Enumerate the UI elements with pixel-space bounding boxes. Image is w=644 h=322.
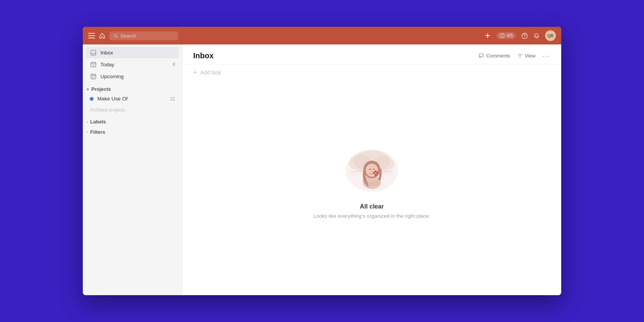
main-content: Inbox 12 Today 8 (83, 44, 561, 295)
inbox-actions: Comments View ··· (478, 53, 550, 59)
hamburger-icon[interactable] (88, 33, 95, 38)
sidebar-item-make-use-of[interactable]: Make Use Of 21 (86, 94, 179, 104)
chevron-right-icon: › (87, 120, 88, 124)
top-bar-left: Search (88, 31, 178, 40)
inbox-panel: Inbox Comments View ··· (182, 44, 561, 295)
svg-point-23 (375, 170, 377, 172)
empty-state: All clear Looks like everything's organi… (182, 80, 561, 295)
add-task-label: Add task (200, 69, 221, 76)
svg-rect-7 (91, 50, 96, 55)
labels-section[interactable]: › Labels (83, 116, 182, 126)
upcoming-icon (90, 73, 97, 80)
svg-point-22 (375, 174, 377, 176)
empty-state-subtitle: Looks like everything's organized in the… (313, 213, 430, 219)
comments-label: Comments (486, 53, 510, 59)
empty-state-title: All clear (360, 203, 384, 210)
add-icon[interactable] (484, 32, 491, 39)
project-label: Make Use Of (97, 96, 166, 102)
svg-text:12: 12 (92, 64, 94, 67)
chevron-down-icon: ▾ (87, 87, 89, 92)
sidebar-item-inbox[interactable]: Inbox (86, 47, 179, 58)
sidebar-upcoming-label: Upcoming (100, 74, 175, 79)
empty-illustration (341, 142, 402, 196)
sidebar-item-upcoming[interactable]: Upcoming (86, 71, 179, 82)
add-task-plus-icon: + (193, 69, 197, 76)
add-task-row[interactable]: + Add task (182, 64, 561, 80)
more-button[interactable]: ··· (542, 53, 550, 59)
svg-point-6 (524, 36, 525, 37)
svg-rect-0 (88, 33, 95, 34)
view-label: View (525, 53, 536, 59)
avatar[interactable]: QB (545, 30, 556, 41)
project-dot (90, 97, 94, 101)
karma-badge[interactable]: 4/5 (496, 32, 516, 39)
sidebar-item-today[interactable]: 12 Today 8 (86, 59, 179, 70)
help-icon[interactable] (521, 33, 528, 39)
search-box[interactable]: Search (109, 31, 178, 40)
inbox-title: Inbox (193, 51, 478, 60)
inbox-header: Inbox Comments View ··· (182, 44, 561, 64)
projects-label: Projects (91, 86, 111, 92)
top-bar: Search 4/5 (83, 27, 561, 44)
filters-section[interactable]: › Filters (83, 126, 182, 136)
svg-rect-1 (88, 35, 95, 36)
sidebar-nav: Inbox 12 Today 8 (83, 47, 182, 82)
sidebar: Inbox 12 Today 8 (83, 44, 182, 295)
projects-list: Make Use Of 21 (83, 94, 182, 104)
karma-label: 4/5 (506, 33, 513, 38)
projects-section-header[interactable]: ▾ Projects (83, 82, 182, 94)
home-icon[interactable] (99, 33, 105, 39)
view-button[interactable]: View (517, 53, 536, 59)
inbox-icon (90, 49, 97, 56)
bell-icon[interactable] (533, 33, 540, 39)
labels-label: Labels (90, 119, 106, 125)
sidebar-today-count: 8 (172, 62, 175, 67)
archived-projects[interactable]: Archived projects (83, 104, 182, 116)
search-placeholder: Search (120, 33, 136, 39)
comments-button[interactable]: Comments (478, 53, 510, 59)
project-count: 21 (170, 96, 175, 102)
sidebar-inbox-label: Inbox (100, 50, 175, 56)
svg-rect-2 (88, 38, 95, 38)
filters-label: Filters (90, 129, 105, 135)
chevron-right-icon-2: › (87, 130, 88, 134)
today-icon: 12 (90, 61, 97, 68)
sidebar-today-label: Today (100, 62, 169, 67)
top-bar-right: 4/5 QB (484, 30, 556, 41)
